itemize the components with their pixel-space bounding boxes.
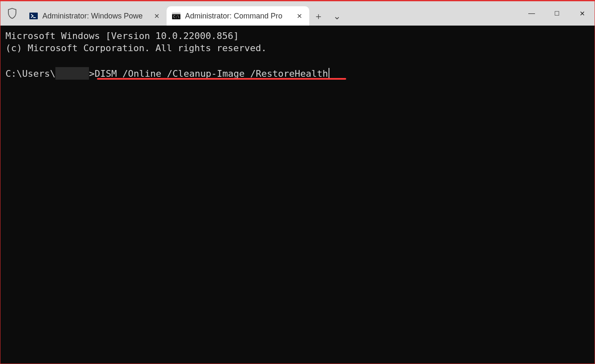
new-tab-button[interactable]: ＋ — [309, 7, 328, 26]
cmd-icon: C:\ — [172, 11, 181, 21]
tab-close-button[interactable]: ✕ — [152, 12, 161, 20]
close-icon: ✕ — [579, 10, 585, 18]
window-controls: ― ☐ ✕ — [519, 1, 595, 26]
prompt-suffix: > — [89, 68, 94, 79]
minimize-icon: ― — [528, 10, 535, 17]
tab-title: Administrator: Command Pro — [185, 12, 291, 21]
typed-command: DISM /Online /Cleanup-Image /RestoreHeal… — [94, 68, 328, 79]
text-cursor — [329, 68, 329, 79]
tab-powershell[interactable]: Administrator: Windows Powe ✕ — [24, 6, 167, 26]
plus-icon: ＋ — [314, 10, 323, 23]
terminal-output[interactable]: Microsoft Windows [Version 10.0.22000.85… — [0, 26, 595, 364]
tab-strip: Administrator: Windows Powe ✕ C:\ Admini… — [24, 1, 346, 26]
tab-dropdown-button[interactable]: ⌄ — [328, 7, 346, 26]
terminal-line: Microsoft Windows [Version 10.0.22000.85… — [5, 31, 239, 41]
maximize-button[interactable]: ☐ — [544, 1, 569, 26]
prompt-path-prefix: C:\Users\ — [5, 68, 55, 79]
shield-icon — [8, 8, 17, 19]
powershell-icon — [29, 11, 38, 21]
app-shield-icon-area — [0, 1, 24, 26]
annotation-underline — [97, 78, 346, 80]
terminal-line: (c) Microsoft Corporation. All rights re… — [5, 43, 267, 53]
redacted-username — [55, 67, 89, 80]
svg-rect-2 — [172, 13, 180, 14]
close-window-button[interactable]: ✕ — [569, 1, 595, 26]
title-bar: Administrator: Windows Powe ✕ C:\ Admini… — [0, 1, 595, 26]
tab-command-prompt[interactable]: C:\ Administrator: Command Pro ✕ — [167, 6, 309, 26]
minimize-button[interactable]: ― — [519, 1, 544, 26]
tab-close-button[interactable]: ✕ — [295, 12, 303, 20]
chevron-down-icon: ⌄ — [333, 11, 341, 22]
tab-title: Administrator: Windows Powe — [42, 12, 148, 21]
prompt-line: C:\Users\>DISM /Online /Cleanup-Image /R… — [5, 66, 329, 80]
maximize-icon: ☐ — [554, 10, 560, 17]
svg-text:C:\: C:\ — [173, 15, 180, 19]
